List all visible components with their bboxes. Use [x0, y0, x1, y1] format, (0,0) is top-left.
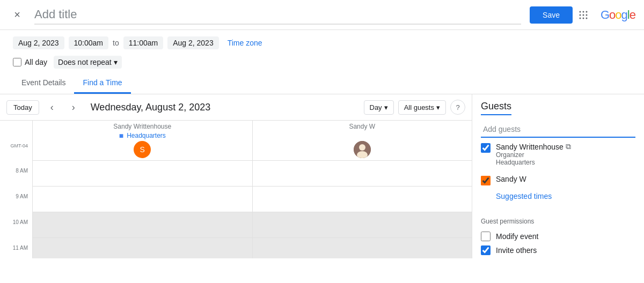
svg-point-2 — [586, 11, 587, 12]
time-separator: to — [113, 39, 119, 47]
hour-label-10am: 10 AM — [0, 219, 32, 245]
guest-name-sandy-w: Sandy W — [496, 175, 635, 183]
col-avatar-2 — [354, 141, 371, 158]
start-time-chip[interactable]: 10:00am — [69, 36, 108, 49]
guest-org-1: Headquarters — [496, 159, 635, 166]
end-date-chip[interactable]: Aug 2, 2023 — [167, 36, 219, 49]
options-row: All day Does not repeat ▾ — [0, 54, 644, 73]
guest-select[interactable]: All guests ▾ — [398, 100, 446, 115]
all-day-text: All day — [25, 58, 47, 66]
svg-point-8 — [586, 17, 587, 19]
hour-label-11am: 11 AM — [0, 245, 32, 258]
perm-label-invite-others: Invite others — [496, 246, 537, 255]
tab-row: Event Details Find a Time — [0, 73, 644, 94]
guest-name-text-1: Sandy Writtenhouse — [496, 143, 564, 151]
google-apps-area: Google — [573, 4, 635, 26]
perm-checkbox-modify-event[interactable] — [481, 232, 491, 241]
calendar-header-row: Sandy Writtenhouse ■ Headquarters S Sand… — [32, 121, 472, 160]
perm-checkbox-invite-others[interactable] — [481, 245, 491, 255]
guests-section: Guests Sandy Writtenhouse ⧉ Organizer He… — [472, 94, 644, 213]
event-title-input[interactable] — [34, 5, 521, 25]
calendar-title: Wednesday, August 2, 2023 — [86, 102, 360, 113]
hour-row-8am-1 — [33, 160, 252, 186]
hour-row-8am-2 — [253, 160, 472, 186]
guest-role-1: Organizer — [496, 151, 635, 159]
hour-row-10am-1 — [33, 212, 252, 237]
perm-label-modify-event: Modify event — [496, 232, 538, 241]
prev-nav-button[interactable]: ‹ — [43, 99, 61, 116]
hour-row-9am-2 — [253, 186, 472, 212]
today-button[interactable]: Today — [6, 100, 39, 115]
svg-point-5 — [586, 14, 587, 16]
guest-info-sandy-writtenhouse: Sandy Writtenhouse ⧉ Organizer Headquart… — [496, 142, 635, 166]
svg-point-7 — [582, 17, 584, 19]
main-content: Today ‹ › Wednesday, August 2, 2023 Day … — [0, 94, 644, 258]
svg-point-6 — [579, 17, 581, 19]
svg-point-3 — [579, 14, 581, 16]
guests-title: Guests — [481, 101, 511, 115]
view-select[interactable]: Day ▾ — [364, 100, 394, 115]
all-day-label[interactable]: All day — [13, 58, 47, 66]
start-date-chip[interactable]: Aug 2, 2023 — [13, 36, 64, 49]
col-header-sandy: Sandy W — [252, 121, 472, 160]
hour-label-9am: 9 AM — [0, 193, 32, 219]
view-chevron-icon: ▾ — [384, 103, 388, 111]
hour-row-11am-1 — [33, 237, 252, 258]
day-columns-container: Sandy Writtenhouse ■ Headquarters S Sand… — [32, 121, 472, 258]
hour-label-8am: 8 AM — [0, 168, 32, 193]
next-nav-button[interactable]: › — [65, 99, 82, 116]
guest-label: All guests — [404, 103, 434, 111]
repeat-label: Does not repeat — [58, 58, 112, 66]
gmt-label: GMT-04 — [0, 142, 32, 168]
svg-point-10 — [359, 144, 365, 151]
calendar-grid: GMT-04 8 AM 9 AM 10 AM 11 AM 12 PM Sandy… — [0, 121, 472, 258]
svg-point-1 — [582, 11, 584, 12]
hour-row-11am-2 — [253, 237, 472, 258]
tab-find-a-time[interactable]: Find a Time — [74, 73, 130, 94]
col-icon-1: ■ — [119, 131, 123, 140]
help-button[interactable]: ? — [450, 100, 465, 115]
perm-item-invite-others: Invite others — [481, 243, 635, 257]
apps-icon[interactable] — [573, 4, 594, 26]
calendar-body — [32, 160, 472, 258]
datetime-row: Aug 2, 2023 10:00am to 11:00am Aug 2, 20… — [0, 30, 644, 54]
col-avatar-1: S — [134, 141, 151, 158]
hour-row-9am-1 — [33, 186, 252, 212]
guest-item-sandy-writtenhouse: Sandy Writtenhouse ⧉ Organizer Headquart… — [481, 138, 635, 170]
guest-checkbox-sandy-writtenhouse[interactable] — [481, 143, 491, 153]
col-header-name-2: Sandy W — [253, 123, 472, 130]
day-col-sandy-w[interactable] — [32, 160, 252, 258]
google-logo: Google — [601, 8, 635, 22]
permissions-title: Guest permissions — [481, 218, 635, 225]
svg-point-0 — [579, 11, 581, 12]
guest-chevron-icon: ▾ — [436, 103, 440, 111]
add-guests-input[interactable] — [481, 122, 635, 138]
svg-point-4 — [582, 14, 584, 16]
all-day-checkbox[interactable] — [13, 58, 21, 66]
end-time-chip[interactable]: 11:00am — [123, 36, 163, 49]
col-header-name-1: Sandy Writtenhouse — [33, 123, 252, 130]
timezone-button[interactable]: Time zone — [228, 39, 262, 47]
guest-info-sandy-w: Sandy W — [496, 175, 635, 183]
guest-name-text-2: Sandy W — [496, 175, 526, 183]
save-button[interactable]: Save — [530, 6, 573, 24]
view-label: Day — [370, 103, 382, 111]
copy-icon-1[interactable]: ⧉ — [566, 142, 571, 151]
repeat-chevron-icon: ▾ — [114, 58, 118, 66]
perm-item-see-guest-list: See guest list — [481, 257, 635, 258]
hour-row-10am-2 — [253, 212, 472, 237]
guest-item-sandy-w: Sandy W — [481, 170, 635, 190]
suggested-times[interactable]: Suggested times — [481, 190, 635, 207]
close-button[interactable]: × — [9, 6, 26, 24]
guest-checkbox-sandy-w[interactable] — [481, 176, 491, 185]
col-location-1: Headquarters — [127, 132, 166, 139]
calendar-toolbar: Today ‹ › Wednesday, August 2, 2023 Day … — [0, 94, 472, 121]
sidebar: Guests Sandy Writtenhouse ⧉ Organizer He… — [472, 94, 644, 258]
guest-name-sandy-writtenhouse: Sandy Writtenhouse ⧉ — [496, 142, 635, 151]
tab-event-details[interactable]: Event Details — [13, 73, 74, 94]
day-col-sandy[interactable] — [252, 160, 472, 258]
perm-item-modify-event: Modify event — [481, 229, 635, 243]
time-column: GMT-04 8 AM 9 AM 10 AM 11 AM 12 PM — [0, 121, 32, 258]
permissions-section: Guest permissions Modify event Invite ot… — [472, 213, 644, 258]
repeat-select[interactable]: Does not repeat ▾ — [54, 56, 122, 69]
